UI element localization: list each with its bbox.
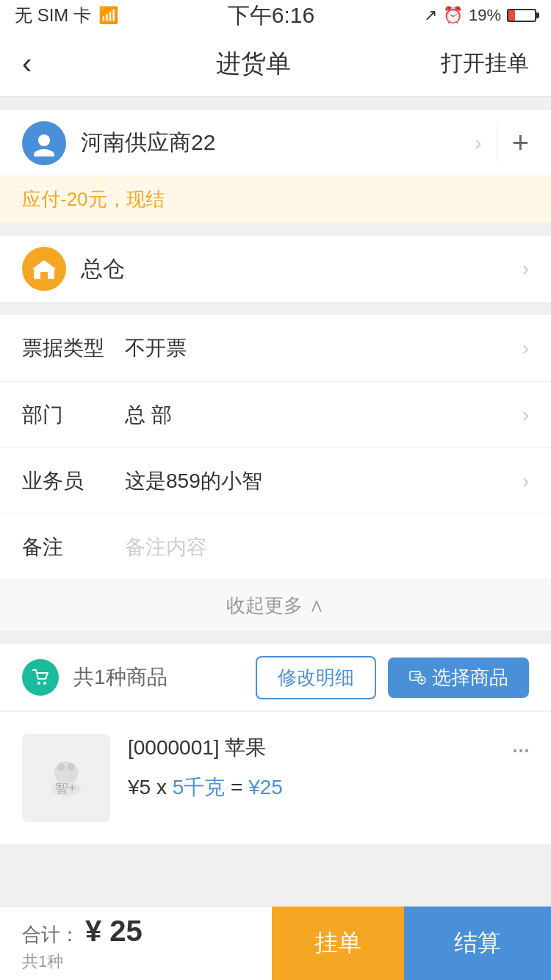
status-right: ↗ ⏰ 19%	[424, 6, 536, 25]
warehouse-row[interactable]: 总仓 ›	[0, 236, 551, 302]
product-header: 共1种商品 修改明细 选择商品	[0, 644, 551, 710]
product-item: 智+ [0000001] 苹果 ¥5 x 5千克 = ¥25 ···	[0, 712, 551, 844]
select-product-label: 选择商品	[432, 665, 508, 691]
invoice-row[interactable]: 票据类型 不开票 ›	[0, 315, 551, 381]
battery-icon	[507, 9, 536, 22]
price-unit: ¥5	[128, 776, 151, 799]
product-qty: 5千克	[173, 776, 226, 799]
time-display: 下午6:16	[228, 1, 314, 31]
supplier-name: 河南供应商22	[81, 128, 467, 158]
total-label: 合计：	[22, 922, 79, 948]
product-count: 共1种商品	[73, 663, 256, 691]
cart-icon	[22, 659, 59, 696]
hang-button[interactable]: 挂单	[272, 907, 404, 980]
battery-percent: 19%	[469, 6, 501, 25]
warehouse-card: 总仓 ›	[0, 236, 551, 302]
svg-point-12	[68, 763, 75, 771]
invoice-value: 不开票	[125, 334, 515, 362]
chevron-right-icon-5: ›	[522, 469, 529, 493]
svg-point-1	[34, 149, 54, 156]
add-button[interactable]: +	[512, 126, 529, 159]
supplier-row[interactable]: 河南供应商22 › +	[0, 110, 551, 176]
back-button[interactable]: ‹	[22, 47, 66, 80]
section-gap-2	[0, 223, 551, 236]
price-separator: x	[156, 776, 173, 799]
edit-detail-button[interactable]: 修改明细	[256, 656, 376, 699]
remark-label: 备注	[22, 533, 125, 561]
collapse-button[interactable]: 收起更多 ∧	[0, 580, 551, 631]
equals-sign: =	[231, 776, 248, 799]
alarm-icon: ⏰	[443, 6, 463, 25]
sales-value: 这是859的小智	[125, 467, 515, 495]
section-gap-1	[0, 97, 551, 110]
bottom-bar: 合计： ¥ 25 共1种 挂单 结算	[0, 907, 551, 980]
section-gap-3	[0, 302, 551, 315]
supplier-avatar	[22, 121, 66, 165]
sales-label: 业务员	[22, 467, 125, 495]
remark-row[interactable]: 备注 备注内容	[0, 514, 551, 580]
location-icon: ↗	[424, 6, 437, 25]
supplier-card: 河南供应商22 › + 应付-20元，现结	[0, 110, 551, 223]
svg-point-11	[57, 763, 65, 771]
form-card: 票据类型 不开票 › 部门 总 部 › 业务员 这是859的小智 › 备注 备注…	[0, 315, 551, 631]
invoice-label: 票据类型	[22, 334, 125, 362]
product-info: [0000001] 苹果 ¥5 x 5千克 = ¥25	[128, 734, 511, 801]
total-row: 合计： ¥ 25	[22, 915, 250, 948]
svg-point-0	[38, 134, 50, 146]
svg-point-5	[37, 682, 40, 685]
chevron-right-icon-2: ›	[522, 257, 529, 281]
remark-input[interactable]: 备注内容	[125, 533, 529, 561]
notice-bar: 应付-20元，现结	[0, 176, 551, 223]
svg-rect-4	[40, 272, 48, 279]
chevron-right-icon-4: ›	[522, 403, 529, 427]
vertical-divider	[497, 125, 497, 162]
product-code: [0000001]	[128, 736, 220, 759]
chevron-right-icon: ›	[475, 131, 481, 155]
select-product-button[interactable]: 选择商品	[388, 657, 529, 698]
warehouse-name: 总仓	[81, 254, 515, 284]
total-section: 合计： ¥ 25 共1种	[0, 907, 272, 980]
product-price: ¥5 x 5千克 = ¥25	[128, 774, 511, 801]
svg-point-6	[43, 682, 46, 685]
total-amount: ¥ 25	[85, 915, 143, 948]
product-name: [0000001] 苹果	[128, 734, 511, 762]
warehouse-icon	[22, 247, 66, 291]
nav-bar: ‹ 进货单 打开挂单	[0, 31, 551, 97]
status-left: 无 SIM 卡 📶	[15, 4, 118, 27]
product-thumbnail: 智+	[22, 734, 110, 822]
section-gap-4	[0, 631, 551, 644]
sales-row[interactable]: 业务员 这是859的小智 ›	[0, 447, 551, 514]
status-bar: 无 SIM 卡 📶 下午6:16 ↗ ⏰ 19%	[0, 0, 551, 31]
chevron-right-icon-3: ›	[522, 336, 529, 360]
carrier-text: 无 SIM 卡	[15, 4, 91, 27]
total-sub: 共1种	[22, 951, 250, 973]
open-pending-button[interactable]: 打开挂单	[441, 48, 529, 79]
page-title: 进货单	[216, 47, 291, 81]
dept-row[interactable]: 部门 总 部 ›	[0, 381, 551, 447]
product-total: ¥25	[248, 776, 283, 799]
product-name-zh: 苹果	[225, 736, 266, 759]
dept-label: 部门	[22, 401, 125, 429]
more-button[interactable]: ···	[511, 734, 529, 765]
svg-text:智+: 智+	[55, 781, 76, 796]
checkout-button[interactable]: 结算	[404, 907, 551, 980]
dept-value: 总 部	[125, 401, 515, 429]
svg-marker-3	[32, 260, 56, 269]
wifi-icon: 📶	[98, 6, 118, 25]
